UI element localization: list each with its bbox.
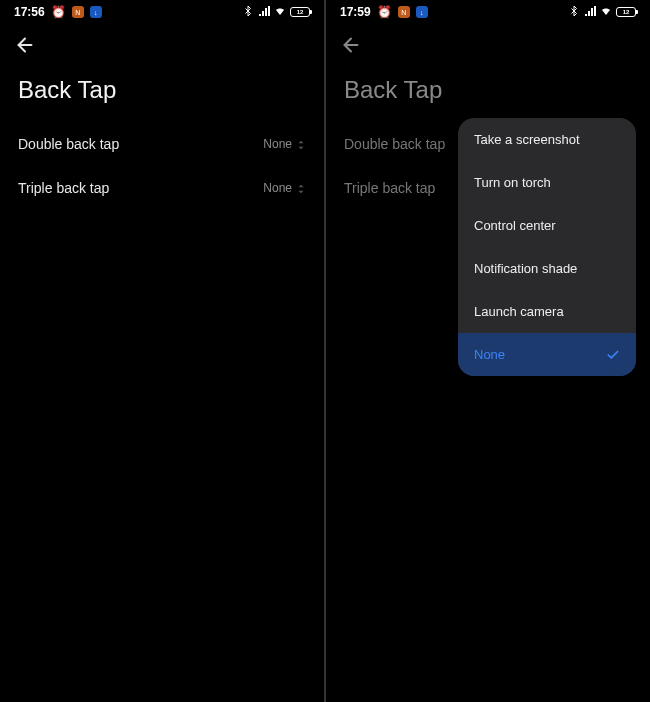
setting-label: Triple back tap <box>18 180 109 196</box>
status-bar: 17:56 ⏰ N ↓ 12 <box>0 0 324 24</box>
alarm-icon: ⏰ <box>51 5 66 19</box>
bluetooth-icon <box>242 5 254 20</box>
bluetooth-icon <box>568 5 580 20</box>
page-title: Back Tap <box>0 66 324 122</box>
alarm-icon: ⏰ <box>377 5 392 19</box>
popup-item-none[interactable]: None <box>458 333 636 376</box>
setting-value: None <box>263 137 292 151</box>
phone-left: 17:56 ⏰ N ↓ 12 Back Tap Double back tap … <box>0 0 324 702</box>
battery-icon: 12 <box>616 7 636 17</box>
options-popup: Take a screenshot Turn on torch Control … <box>458 118 636 376</box>
double-back-tap-row[interactable]: Double back tap None <box>0 122 324 166</box>
signal-icon <box>584 5 596 20</box>
signal-icon <box>258 5 270 20</box>
popup-item-torch[interactable]: Turn on torch <box>458 161 636 204</box>
popup-item-launch-camera[interactable]: Launch camera <box>458 290 636 333</box>
phone-right: 17:59 ⏰ N ↓ 12 Back Tap Double back tap … <box>326 0 650 702</box>
popup-item-notification-shade[interactable]: Notification shade <box>458 247 636 290</box>
triple-back-tap-row[interactable]: Triple back tap None <box>0 166 324 210</box>
status-badge-blue: ↓ <box>416 6 428 18</box>
status-badge-orange: N <box>72 6 84 18</box>
chevron-updown-icon <box>296 139 306 149</box>
wifi-icon <box>600 5 612 20</box>
status-badge-blue: ↓ <box>90 6 102 18</box>
battery-icon: 12 <box>290 7 310 17</box>
popup-item-control-center[interactable]: Control center <box>458 204 636 247</box>
chevron-updown-icon <box>296 183 306 193</box>
status-bar: 17:59 ⏰ N ↓ 12 <box>326 0 650 24</box>
setting-value: None <box>263 181 292 195</box>
status-time: 17:59 <box>340 5 371 19</box>
back-button[interactable] <box>340 34 362 56</box>
back-button[interactable] <box>14 34 36 56</box>
setting-label: Double back tap <box>344 136 445 152</box>
status-time: 17:56 <box>14 5 45 19</box>
check-icon <box>606 348 620 362</box>
setting-label: Triple back tap <box>344 180 435 196</box>
page-title: Back Tap <box>326 66 650 122</box>
wifi-icon <box>274 5 286 20</box>
popup-item-screenshot[interactable]: Take a screenshot <box>458 118 636 161</box>
status-badge-orange: N <box>398 6 410 18</box>
setting-label: Double back tap <box>18 136 119 152</box>
